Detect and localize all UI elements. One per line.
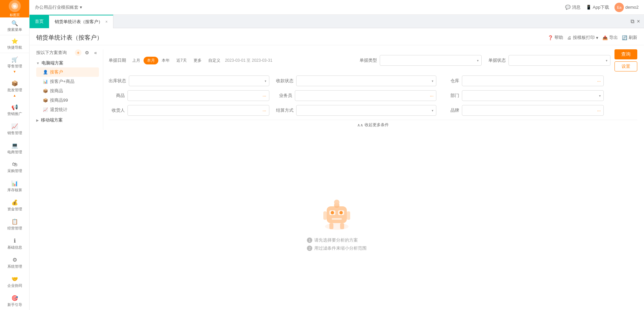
user-profile[interactable]: Ea demo2 [614, 3, 639, 12]
tab-home[interactable]: 首页 [30, 15, 49, 28]
scheme-settings-btn[interactable]: ⚙ [84, 49, 90, 56]
window-restore-btn[interactable]: ⧉ [631, 18, 634, 24]
scheme-item-return-stat[interactable]: 📈 退货统计 [36, 105, 99, 114]
scheme-collapse-btn[interactable]: « [92, 49, 99, 56]
window-close-btn[interactable]: × [637, 18, 640, 24]
salesperson-dots: ··· [430, 93, 434, 98]
svg-text:畅: 畅 [13, 4, 16, 8]
query-btns: 查询 设置 [610, 49, 637, 71]
doc-status-input[interactable]: ▾ [508, 55, 610, 66]
filter-field-warehouse: 仓库 ··· [443, 75, 604, 86]
app-title-dropdown[interactable]: 办公用品行业模拟账套 ▾ [35, 4, 82, 10]
brand-label: 品牌 [443, 107, 462, 113]
scheme-header: 按以下方案查询 + ⚙ « [36, 49, 99, 56]
recipient-input[interactable]: ··· [127, 105, 269, 116]
scheme-panel: 按以下方案查询 + ⚙ « ▼ 电脑端方案 👤 [36, 49, 103, 130]
sidebar-item-newuser[interactable]: 🎯 新手引导 [0, 292, 29, 310]
sidebar-item-wholesale[interactable]: 📦 批发管理 ▲ [0, 77, 29, 101]
receive-status-input[interactable]: ▾ [296, 75, 437, 86]
sidebar-item-search[interactable]: 🔍 搜索菜单 [0, 17, 29, 35]
avatar: Ea [614, 3, 624, 12]
scheme-item-icon-product: 📦 [43, 89, 48, 93]
date-btn-custom[interactable]: 自定义 [205, 56, 224, 65]
date-btn-this-month[interactable]: 本月 [144, 57, 158, 64]
sidebar-item-ecommerce[interactable]: 💻 电商管理 [0, 139, 29, 158]
help-btn[interactable]: ❓ 帮助 [548, 35, 563, 41]
empty-tips: 1 请先选择要分析的方案 2 用过滤条件来缩小分析范围 [307, 237, 367, 251]
product-input[interactable]: ··· [127, 90, 269, 101]
tab-sales-stat[interactable]: 销货单统计表（按客户） × [49, 15, 113, 28]
query-btn[interactable]: 查询 [614, 49, 637, 59]
robot-svg [317, 193, 357, 233]
scheme-item-by-product99[interactable]: 📦 按商品99 [36, 96, 99, 105]
dropdown-icon: ▾ [80, 5, 82, 10]
collapse-bar[interactable]: ∧∧ 收起更多条件 [109, 120, 637, 130]
filter-field-date: 单据日期 上月 本月 本年 近7天 更多 自定义 2023-03-01 至 20… [109, 56, 353, 65]
salesperson-label: 业务员 [276, 93, 295, 99]
scheme-group-desktop-title[interactable]: ▼ 电脑端方案 [36, 59, 99, 67]
message-btn[interactable]: 💬 消息 [565, 4, 581, 10]
filter-field-doc-status: 单据状态 ▾ [488, 55, 610, 66]
warehouse-input[interactable]: ··· [462, 75, 604, 86]
sidebar-item-purchase[interactable]: 🛍 采购管理 [0, 158, 29, 177]
date-btn-this-year[interactable]: 本年 [158, 56, 173, 65]
filter-field-brand: 品牌 ··· [443, 105, 604, 116]
scheme-group-mobile-title[interactable]: ▶ 移动端方案 [36, 116, 99, 124]
topbar-right: 💬 消息 📱 App下载 Ea demo2 [565, 3, 639, 12]
doc-status-arrow: ▾ [606, 59, 607, 62]
tip-num-1: 1 [307, 238, 312, 243]
settings-btn[interactable]: 设置 [614, 61, 637, 71]
payment-input[interactable]: ▾ [296, 105, 437, 116]
sidebar-item-marketing[interactable]: 📢 营销推广 [0, 101, 29, 120]
svg-rect-13 [329, 223, 333, 229]
svg-rect-3 [327, 206, 347, 223]
print-dropdown-icon: ▾ [596, 35, 598, 40]
scheme-item-by-product[interactable]: 📦 按商品 [36, 86, 99, 96]
date-btn-last-month[interactable]: 上月 [129, 56, 144, 65]
app-download-btn[interactable]: 📱 App下载 [586, 4, 609, 10]
message-icon: 💬 [565, 5, 571, 10]
sidebar-item-sales[interactable]: 📈 销售管理 [0, 120, 29, 139]
print-btn[interactable]: 🖨 按模板打印 ▾ [567, 35, 598, 41]
tab-close-btn[interactable]: × [105, 19, 108, 24]
scheme-item-label: 按客户 [50, 69, 63, 75]
sidebar-item-retail[interactable]: 🛒 零售管理 ▼ [0, 53, 29, 77]
sidebar-item-finance[interactable]: 💰 资金管理 [0, 196, 29, 215]
export-btn[interactable]: 📤 导出 [602, 35, 618, 41]
collapse-label: 收起更多条件 [365, 122, 389, 128]
brand-input[interactable]: ··· [462, 105, 604, 116]
filter-field-payment: 结算方式 ▾ [276, 105, 437, 116]
filter-fields: 单据日期 上月 本月 本年 近7天 更多 自定义 2023-03-01 至 20… [103, 49, 637, 130]
warehouse-dots: ··· [597, 79, 601, 84]
help-icon: ❓ [548, 35, 553, 40]
salesperson-input[interactable]: ··· [295, 90, 437, 101]
topbar: 办公用品行业模拟账套 ▾ 💬 消息 📱 App下载 Ea demo2 [30, 0, 644, 15]
sidebar-item-inventory[interactable]: 📊 库存核算 [0, 177, 29, 196]
date-btn-more[interactable]: 更多 [190, 56, 205, 65]
scheme-item-by-customer[interactable]: 👤 按客户 [36, 67, 99, 77]
sidebar-item-enterprise[interactable]: 🤝 企业协同 [0, 272, 29, 292]
out-status-input[interactable]: ▾ [129, 75, 269, 86]
svg-point-10 [334, 200, 339, 205]
filter-field-salesperson: 业务员 ··· [276, 90, 437, 101]
refresh-btn[interactable]: 🔄 刷新 [622, 35, 637, 41]
filter-field-out-status: 出库状态 ▾ [109, 75, 269, 86]
app-logo: 畅 标图页 [0, 0, 29, 17]
collapse-up-icon: ∧∧ [357, 123, 363, 127]
department-input[interactable]: ▾ [462, 90, 604, 101]
sidebar-item-basic[interactable]: ℹ 基础信息 [0, 234, 29, 253]
scheme-item-customer-product[interactable]: 📊 按客户+商品 [36, 77, 99, 86]
scheme-header-actions: + ⚙ « [75, 49, 99, 56]
date-btn-last7[interactable]: 近7天 [173, 56, 190, 65]
doc-status-label: 单据状态 [488, 57, 508, 63]
date-filter: 上月 本月 本年 近7天 更多 自定义 2023-03-01 至 2023-03… [129, 56, 272, 65]
doc-type-input[interactable]: ▾ [380, 55, 482, 66]
tip-text-2: 用过滤条件来缩小分析范围 [314, 245, 367, 251]
date-range: 2023-03-01 至 2023-03-31 [225, 58, 272, 63]
sidebar-item-operations[interactable]: 📋 经营管理 [0, 215, 29, 234]
sidebar-item-system[interactable]: ⚙ 系统管理 [0, 253, 29, 272]
sidebar-item-quick-nav[interactable]: ⭐ 快捷导航 [0, 35, 29, 53]
svg-rect-8 [332, 218, 342, 220]
payment-arrow: ▾ [432, 109, 433, 112]
scheme-add-btn[interactable]: + [75, 49, 82, 56]
